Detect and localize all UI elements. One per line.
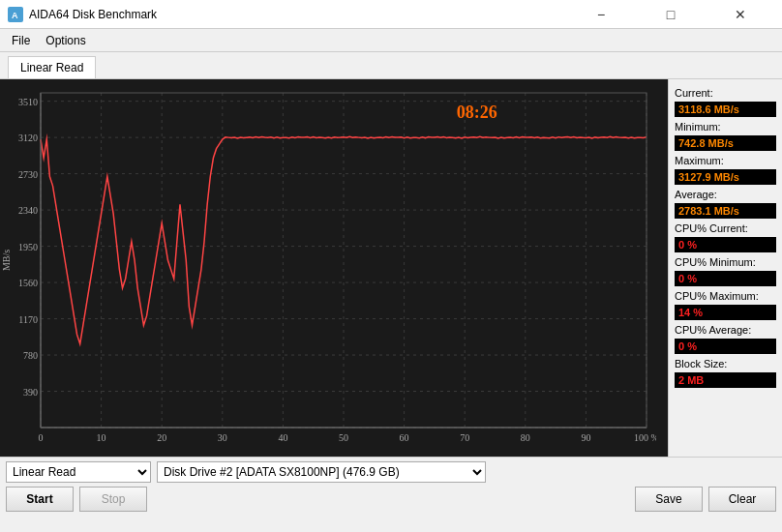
title-bar: A AIDA64 Disk Benchmark − □ ✕ [0, 0, 782, 29]
close-button[interactable]: ✕ [707, 5, 774, 24]
menu-options[interactable]: Options [38, 29, 93, 51]
chart-area [0, 79, 668, 457]
cpu-minimum-value: 0 % [675, 271, 776, 286]
average-value: 2783.1 MB/s [675, 203, 776, 219]
cpu-current-value: 0 % [675, 237, 776, 252]
maximum-value: 3127.9 MB/s [675, 169, 776, 185]
tab-area: Linear Read [0, 52, 782, 79]
average-label: Average: [675, 189, 776, 200]
clear-button[interactable]: Clear [708, 487, 776, 512]
drive-select[interactable]: Disk Drive #2 [ADATA SX8100NP] (476.9 GB… [157, 461, 486, 483]
minimize-button[interactable]: − [567, 5, 635, 24]
main-content: Current: 3118.6 MB/s Minimum: 742.8 MB/s… [0, 79, 782, 457]
start-button[interactable]: Start [6, 487, 74, 512]
stats-panel: Current: 3118.6 MB/s Minimum: 742.8 MB/s… [668, 79, 782, 457]
menu-file[interactable]: File [4, 29, 38, 51]
block-size-value: 2 MB [675, 372, 776, 388]
cpu-maximum-label: CPU% Maximum: [675, 290, 776, 302]
window-controls: − □ ✕ [567, 5, 774, 24]
cpu-average-label: CPU% Average: [675, 324, 776, 336]
svg-text:A: A [12, 11, 18, 20]
maximum-label: Maximum: [675, 155, 776, 166]
drive-select-row: Linear ReadLinear WriteRandom ReadRandom… [6, 461, 776, 483]
test-type-select[interactable]: Linear ReadLinear WriteRandom ReadRandom… [6, 461, 151, 483]
current-label: Current: [675, 87, 776, 99]
minimum-label: Minimum: [675, 121, 776, 133]
maximize-button[interactable]: □ [637, 5, 705, 24]
save-button[interactable]: Save [635, 487, 703, 512]
menu-bar: File Options [0, 29, 782, 52]
cpu-average-value: 0 % [675, 339, 776, 354]
stop-button[interactable]: Stop [79, 487, 147, 512]
minimum-value: 742.8 MB/s [675, 135, 776, 151]
window-title: AIDA64 Disk Benchmark [29, 8, 157, 21]
cpu-current-label: CPU% Current: [675, 222, 776, 234]
button-row: Start Stop Save Clear [6, 487, 776, 512]
tab-linear-read[interactable]: Linear Read [8, 56, 96, 78]
cpu-maximum-value: 14 % [675, 305, 776, 320]
block-size-label: Block Size: [675, 358, 776, 369]
cpu-minimum-label: CPU% Minimum: [675, 256, 776, 268]
bottom-controls: Linear ReadLinear WriteRandom ReadRandom… [0, 457, 782, 516]
app-icon: A [8, 7, 23, 22]
current-value: 3118.6 MB/s [675, 102, 776, 117]
